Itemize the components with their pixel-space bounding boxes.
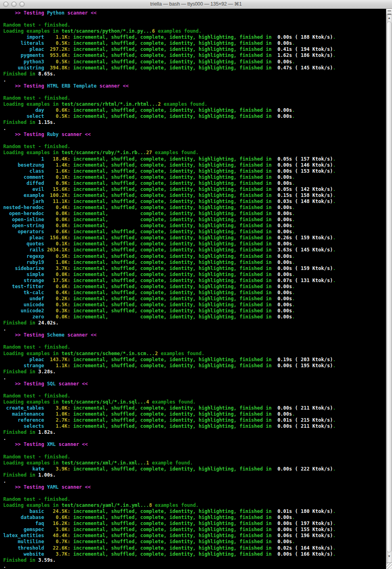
terminal-text-segment: 0.00s — [272, 314, 292, 320]
terminal-text-segment: Loading examples in — [3, 28, 62, 34]
terminal-text-segment: example — [3, 192, 44, 198]
terminal-text-segment: incremental, shuffled, complete, identit… — [70, 180, 272, 186]
terminal-text-segment: 0.5K: — [44, 253, 70, 259]
terminal-text-segment: incremental, shuffled, complete, identit… — [70, 417, 272, 423]
terminal-text-segment: 0.00s — [272, 217, 292, 222]
terminal-text-segment: incremental, shuffled, complete, identit… — [70, 302, 272, 308]
scrollbar-track[interactable]: ▲ ▼ — [386, 9, 392, 569]
terminal-text-segment: ( 222 Ktok/s) — [292, 466, 333, 472]
terminal-text-segment: 100.2K: — [44, 192, 70, 198]
terminal-line: Loading examples in test/scanners/scheme… — [3, 351, 386, 357]
terminal-text-segment: 0.5K: — [44, 40, 70, 46]
terminal-text-segment: 0.00s — [272, 107, 292, 113]
terminal-text-segment: 297.2K: — [44, 46, 70, 52]
terminal-line — [3, 387, 386, 393]
terminal-text-segment: 0.00s — [272, 34, 292, 40]
terminal-line: 1 18.4K: incremental, shuffled, complete… — [3, 156, 386, 162]
terminal-line: import 1.1K: incremental, shuffled, comp… — [3, 34, 386, 40]
terminal-text-segment: 156.6K: — [44, 235, 70, 241]
terminal-line: ruby19 1.0K: incremental, shuffled, comp… — [3, 259, 386, 266]
terminal-text-segment: ( 145 Ktok/s) — [292, 65, 333, 71]
terminal-text-segment: 0.00s — [272, 296, 292, 301]
terminal-text-segment: . — [333, 466, 335, 472]
terminal-text-segment: incremental, shuffled, complete, identit… — [70, 205, 272, 210]
terminal-text-segment: 1.00s. — [38, 472, 56, 478]
terminal-text-segment: 0.0K: — [44, 211, 70, 216]
terminal-text-segment: 1.4K: — [44, 423, 70, 429]
terminal-text-segment: 3.59s. — [38, 557, 56, 563]
terminal-text-segment: . — [292, 113, 295, 119]
terminal-text-segment: . — [333, 52, 335, 58]
terminal-text-segment: . — [333, 34, 335, 40]
terminal-text-segment: incremental, shuffled, complete, identit… — [70, 423, 272, 429]
terminal-text-segment: literals — [3, 40, 44, 46]
terminal-line: evil 15.6K: incremental, shuffled, compl… — [3, 186, 386, 192]
terminal-text-segment: select — [3, 113, 44, 119]
terminal-text-segment: YAML — [47, 484, 59, 490]
terminal-line: gemspec 3.0K: incremental, shuffled, com… — [3, 527, 386, 533]
terminal-text-segment: test/scanners/xml/*.in.xml... — [62, 460, 147, 466]
terminal-text-segment: Loading examples in — [3, 502, 62, 508]
terminal-line: Loading examples in test/scanners/yaml/*… — [3, 502, 386, 508]
terminal-text-segment: 0.03s — [272, 199, 292, 204]
split-pane-button[interactable] — [386, 9, 392, 15]
terminal-text-segment: . — [3, 375, 6, 381]
terminal-line: unicode 0.5K: incremental, shuffled, com… — [3, 302, 386, 308]
terminal-line: zero 0.0K: incremental, complete, identi… — [3, 314, 386, 320]
terminal-text-segment: test/scanners/scheme/*.in.scm... — [62, 351, 155, 356]
terminal-text-segment: 0.26s — [272, 235, 292, 241]
terminal-text-segment: ( 195 Ktok/s) — [292, 363, 333, 368]
terminal-text-segment: . — [292, 174, 295, 180]
terminal-text-segment: . — [333, 423, 335, 429]
terminal-text-segment: 24.02s. — [38, 320, 59, 326]
terminal-text-segment: incremental, shuffled, complete, identit… — [70, 65, 272, 71]
terminal-text-segment: 2 — [155, 351, 158, 356]
terminal-text-segment: ( 188 Ktok/s) — [292, 34, 333, 40]
terminal-text-segment: . — [333, 551, 335, 557]
terminal-text-segment: test-fitter — [3, 284, 44, 289]
resize-grip[interactable] — [386, 563, 392, 569]
terminal-text-segment: >> Testing — [3, 484, 47, 490]
terminal-text-segment: 17.5K: — [44, 278, 70, 283]
terminal-line: multiline 0.7K: incremental, shuffled, c… — [3, 539, 386, 545]
terminal-line: Loading examples in test/scanners/ruby/*… — [3, 150, 386, 156]
terminal-text-segment: Loading examples in — [3, 101, 62, 107]
terminal-text-segment: . — [333, 508, 335, 514]
terminal-text-segment: incremental, shuffled, complete, identit… — [70, 107, 272, 113]
terminal-text-segment: 0.00s — [272, 162, 292, 168]
terminal-line: open-inline 0.0K: incremental, complete,… — [3, 217, 386, 223]
terminal-text-segment: 3.0K: — [44, 405, 70, 411]
terminal-text-segment: ( 211 Ktok/s) — [292, 405, 333, 411]
terminal-text-segment: unicode2 — [3, 308, 44, 314]
terminal-text-segment: 0.00s — [272, 539, 292, 544]
terminal-text-segment: ( 164 Ktok/s) — [292, 545, 333, 551]
terminal-text-segment: ( 142 Ktok/s) — [292, 186, 333, 192]
terminal-line: undef 0.2K: incremental, shuffled, compl… — [3, 296, 386, 302]
scrollbar-thumb[interactable] — [387, 21, 392, 552]
terminal-text-segment: Loading examples in — [3, 351, 62, 356]
terminal-line: Finished in 1.00s. — [3, 472, 386, 478]
scroll-up-icon[interactable]: ▲ — [386, 15, 392, 21]
terminal-text-segment: . — [3, 435, 6, 441]
terminal-text-segment: incremental, shuffled, complete, identit… — [70, 113, 272, 119]
terminal-text-segment: pleac — [3, 46, 44, 52]
terminal-text-segment: ( 196 Ktok/s) — [292, 533, 333, 538]
terminal-text-segment: incremental, shuffled, complete, identit… — [70, 272, 272, 277]
terminal-text-segment: 11.1K: — [44, 199, 70, 204]
terminal-text-segment: incremental, complete, identity, highlig… — [70, 211, 272, 216]
terminal-text-segment: open-heredoc — [3, 211, 44, 216]
terminal-text-segment: incremental, shuffled, complete, identit… — [70, 162, 272, 168]
terminal-text-segment: incremental, shuffled, complete, identit… — [70, 186, 272, 192]
terminal-line: Loading examples in test/scanners/rhtml/… — [3, 101, 386, 107]
terminal-line: pygments 953.6K: incremental, shuffled, … — [3, 52, 386, 59]
scroll-down-icon[interactable]: ▼ — [386, 553, 392, 559]
terminal-text-segment: class — [3, 168, 44, 174]
terminal-line: Finished in 1.15s. — [3, 119, 386, 126]
terminal-text-segment: 0.00s — [272, 284, 292, 289]
terminal-text-segment: 1.82s. — [38, 429, 56, 435]
terminal-text-segment: 15.6K: — [44, 186, 70, 192]
terminal-text-segment: ( 180 Ktok/s) — [292, 508, 333, 514]
terminal-text-segment: unistring — [3, 65, 44, 71]
terminal-text-segment: 0.00s — [272, 211, 292, 216]
terminal-text-segment: Finished in — [3, 119, 38, 125]
